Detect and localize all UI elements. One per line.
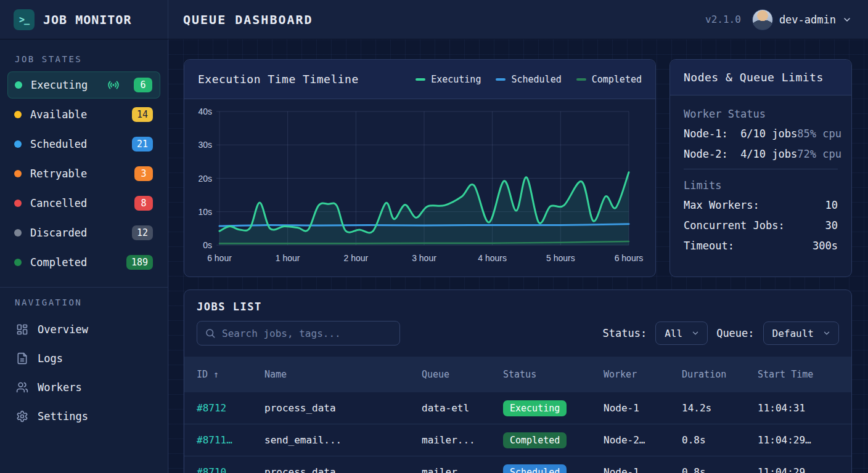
logs-icon xyxy=(16,352,28,365)
state-count-badge: 21 xyxy=(132,137,153,152)
queue-filter-value: Default xyxy=(772,328,814,339)
job-start-time: 11:04:29… xyxy=(758,434,851,446)
svg-text:2 hour: 2 hour xyxy=(343,253,368,263)
sidebar-item-overview[interactable]: Overview xyxy=(0,315,168,344)
limit-value: 30 xyxy=(825,219,838,232)
chevron-down-icon xyxy=(822,329,831,338)
limit-row: Timeout:300s xyxy=(684,240,838,252)
svg-text:3 hour: 3 hour xyxy=(412,253,436,263)
svg-text:20s: 20s xyxy=(198,174,212,184)
sidebar-item-settings[interactable]: Settings xyxy=(0,402,168,431)
status-badge: Scheduled xyxy=(503,464,567,473)
queue-filter-select[interactable]: Default xyxy=(763,321,839,345)
sidebar-item-cancelled[interactable]: Cancelled8 xyxy=(7,190,160,217)
state-label: Discarded xyxy=(30,227,87,239)
column-header-worker[interactable]: Worker xyxy=(604,369,682,380)
timeline-panel-header: Execution Time Timeline ExecutingSchedul… xyxy=(184,60,655,99)
state-label: Available xyxy=(30,108,87,121)
status-badge: Completed xyxy=(503,432,567,448)
jobs-table-header: ID ↑NameQueueStatusWorkerDurationStart T… xyxy=(184,357,851,392)
version-label: v2.1.0 xyxy=(705,14,741,25)
legend-swatch xyxy=(416,78,425,81)
limit-row: Max Workers:10 xyxy=(684,199,838,211)
job-name: process_data xyxy=(264,466,422,473)
node-cpu: 72% cpu xyxy=(797,148,841,160)
search-input[interactable] xyxy=(222,328,392,339)
state-label: Completed xyxy=(30,256,87,269)
queue-filter-label: Queue: xyxy=(716,327,754,339)
job-duration: 0.8s xyxy=(682,434,758,446)
timeline-title: Execution Time Timeline xyxy=(198,73,359,86)
search-icon xyxy=(205,328,216,339)
timeline-panel: Execution Time Timeline ExecutingSchedul… xyxy=(184,59,656,277)
column-header-starttime[interactable]: Start Time xyxy=(758,369,851,380)
app-header: >_ JOB MONITOR QUEUE DASHBOARD v2.1.0 de… xyxy=(0,0,868,39)
legend-item-completed[interactable]: Completed xyxy=(576,74,642,85)
column-header-duration[interactable]: Duration xyxy=(682,369,758,380)
job-queue: mailer xyxy=(422,466,503,473)
state-label: Retryable xyxy=(30,168,87,180)
sidebar-item-workers[interactable]: Workers xyxy=(0,373,168,402)
state-dot xyxy=(14,229,22,236)
legend-item-executing[interactable]: Executing xyxy=(416,74,481,85)
sidebar-item-logs[interactable]: Logs xyxy=(0,344,168,373)
svg-text:5 hours: 5 hours xyxy=(546,253,575,263)
nav-label: Overview xyxy=(38,323,88,336)
state-dot xyxy=(14,170,22,177)
node-jobs: 4/10 jobs xyxy=(740,148,797,160)
sidebar: JOB STATES Executing6Available14Schedule… xyxy=(0,39,168,473)
user-name: dev-admin xyxy=(779,14,836,26)
worker-status-title: Worker Status xyxy=(684,108,838,120)
nav-label: Settings xyxy=(38,410,88,422)
live-broadcast-icon xyxy=(107,78,120,92)
svg-text:40s: 40s xyxy=(198,107,212,116)
state-count-badge: 14 xyxy=(132,107,153,122)
limits-title: Limits xyxy=(684,179,838,192)
column-header-name[interactable]: Name xyxy=(264,369,422,380)
job-name: send_email... xyxy=(264,434,422,446)
jobs-table: ID ↑NameQueueStatusWorkerDurationStart T… xyxy=(184,357,851,473)
job-worker: Node-1 xyxy=(604,402,682,414)
job-id-link[interactable]: #8711… xyxy=(197,434,264,446)
column-header-queue[interactable]: Queue xyxy=(422,369,503,380)
svg-text:10s: 10s xyxy=(198,207,212,217)
sidebar-item-completed[interactable]: Completed189 xyxy=(7,249,160,276)
sidebar-item-executing[interactable]: Executing6 xyxy=(7,71,160,99)
page-title: QUEUE DASHBOARD xyxy=(183,12,313,27)
table-row[interactable]: #8710process_datamailerScheduledNode-10.… xyxy=(184,456,851,473)
app-title: JOB MONITOR xyxy=(43,12,131,27)
sidebar-item-retryable[interactable]: Retryable3 xyxy=(7,160,160,187)
user-menu[interactable]: dev-admin xyxy=(752,9,852,30)
state-label: Scheduled xyxy=(30,138,87,150)
job-name: process_data xyxy=(264,402,422,414)
nodes-panel-header: Nodes & Queue Limits xyxy=(670,60,851,95)
limits-list: Max Workers:10Concurrent Jobs:30Timeout:… xyxy=(684,199,838,252)
column-header-status[interactable]: Status xyxy=(503,369,604,380)
timeline-chart: 0s10s20s30s40s6 hour1 hour2 hour3 hour4 … xyxy=(184,99,657,278)
legend-swatch xyxy=(496,78,506,81)
sidebar-item-discarded[interactable]: Discarded12 xyxy=(7,219,160,246)
sidebar-item-available[interactable]: Available14 xyxy=(7,101,160,128)
status-filter-select[interactable]: All xyxy=(655,321,708,345)
sidebar-item-scheduled[interactable]: Scheduled21 xyxy=(7,131,160,158)
column-header-id[interactable]: ID ↑ xyxy=(197,369,264,380)
job-id-link[interactable]: #8710 xyxy=(197,466,264,473)
svg-text:30s: 30s xyxy=(198,140,212,150)
settings-icon xyxy=(16,410,28,422)
node-cpu: 85% cpu xyxy=(797,127,841,140)
legend-item-scheduled[interactable]: Scheduled xyxy=(496,74,561,85)
main-content: Execution Time Timeline ExecutingSchedul… xyxy=(168,39,868,473)
chevron-down-icon xyxy=(842,15,852,25)
state-label: Executing xyxy=(31,79,88,91)
legend-label: Completed xyxy=(592,74,642,85)
job-id-link[interactable]: #8712 xyxy=(197,402,264,414)
legend-label: Executing xyxy=(431,74,481,85)
jobs-search[interactable] xyxy=(197,321,400,346)
legend-swatch xyxy=(576,78,586,81)
limit-label: Concurrent Jobs: xyxy=(684,219,785,232)
table-row[interactable]: #8712process_datadata-etlExecutingNode-1… xyxy=(184,392,851,424)
table-row[interactable]: #8711…send_email...mailer...CompletedNod… xyxy=(184,424,851,456)
state-dot xyxy=(14,140,22,148)
job-start-time: 11:04:29 xyxy=(758,466,851,473)
chevron-down-icon xyxy=(691,329,700,338)
